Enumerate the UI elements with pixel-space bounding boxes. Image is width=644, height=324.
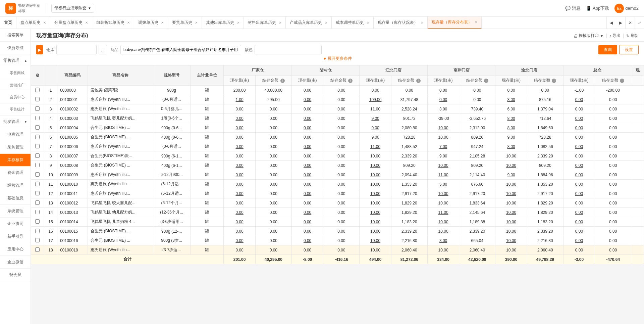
row-jiangbei-qty[interactable]: 10.00 xyxy=(360,227,391,236)
row-nanai-qty[interactable]: 10.00 xyxy=(427,133,459,142)
row-jiangbei-qty[interactable]: 10.00 xyxy=(360,198,391,208)
row-nanai-qty[interactable]: 0.00 xyxy=(427,86,459,95)
row-checkbox[interactable] xyxy=(35,210,40,214)
row-yubei-qty[interactable]: 9.00 xyxy=(495,133,527,142)
row-nanai-qty[interactable]: 10.00 xyxy=(427,245,459,255)
app-download-btn[interactable]: 📱 App下载 xyxy=(586,5,609,11)
sidebar-item-retail[interactable]: 零售管理 ▲ xyxy=(0,54,31,67)
row-select[interactable] xyxy=(31,133,44,142)
row-select[interactable] xyxy=(31,86,44,95)
row-total-qty[interactable]: 0.00 xyxy=(563,133,595,142)
close-icon[interactable]: ✕ xyxy=(325,21,327,25)
row-yubei-qty[interactable]: 10.00 xyxy=(495,180,527,189)
row-land-qty[interactable]: 0.00 xyxy=(291,227,323,236)
row-factory-qty[interactable]: 0.00 xyxy=(224,198,256,208)
row-total-qty[interactable]: -1.00 xyxy=(563,86,595,95)
sidebar-item-basic[interactable]: 基础信息 xyxy=(0,192,31,205)
tab-xiancunliang2[interactable]: 现存量（库存分布表） ✕ xyxy=(428,17,482,29)
row-checkbox[interactable] xyxy=(35,97,40,101)
row-jiangbei-qty[interactable]: 10.00 xyxy=(360,208,391,217)
row-select[interactable] xyxy=(31,142,44,151)
row-checkbox[interactable] xyxy=(35,116,40,120)
row-yubei-qty[interactable]: 10.00 xyxy=(495,151,527,161)
row-yubei-qty[interactable]: 10.00 xyxy=(495,189,527,198)
row-select[interactable] xyxy=(31,151,44,161)
sidebar-item-finance[interactable]: 资金管理 xyxy=(0,167,31,179)
row-total-qty[interactable]: 0.00 xyxy=(563,189,595,198)
sidebar-item-wechat[interactable]: 企业微信 xyxy=(0,256,31,269)
tab-zuzhezhaijian[interactable]: 组装折卸单历史 ✕ xyxy=(92,17,134,29)
message-btn[interactable]: 💬 消息 xyxy=(565,5,581,11)
sidebar-item-guide[interactable]: 新手引导 xyxy=(0,230,31,243)
tab-home[interactable]: 首页 xyxy=(0,17,16,29)
row-nanai-qty[interactable]: 9.00 xyxy=(427,151,459,161)
row-select[interactable] xyxy=(31,123,44,133)
row-factory-qty[interactable]: 0.00 xyxy=(224,245,256,255)
row-land-qty[interactable]: 0.00 xyxy=(291,198,323,208)
row-select[interactable] xyxy=(31,180,44,189)
row-land-qty[interactable]: 0.00 xyxy=(291,170,323,180)
row-select[interactable] xyxy=(31,236,44,245)
row-checkbox[interactable] xyxy=(35,153,40,158)
sidebar-item-wholesale[interactable]: 批发管理 ▼ xyxy=(0,115,31,128)
info-icon[interactable]: i xyxy=(280,79,285,83)
settings-icon[interactable]: ⚙ xyxy=(36,73,40,78)
print-btn[interactable]: 🖨 按模版打印 ▼ xyxy=(574,33,604,39)
row-land-qty[interactable]: 0.00 xyxy=(291,189,323,198)
row-factory-qty[interactable]: 0.00 xyxy=(224,142,256,151)
row-jiangbei-qty[interactable]: 9.00 xyxy=(360,114,391,123)
row-total-qty[interactable]: 0.00 xyxy=(563,245,595,255)
row-total-qty[interactable]: 0.00 xyxy=(563,180,595,189)
sidebar-item-system[interactable]: 系统管理 xyxy=(0,205,31,218)
sidebar-item-search[interactable]: 搜索英单 xyxy=(0,29,31,42)
row-land-qty[interactable]: 0.00 xyxy=(291,142,323,151)
row-nanai-qty[interactable]: 3.00 xyxy=(427,104,459,114)
sidebar-item-member2[interactable]: 畅会员 xyxy=(0,269,31,281)
info-icon[interactable]: i xyxy=(620,79,624,83)
row-jiangbei-qty[interactable]: 10.00 xyxy=(360,245,391,255)
nav-prev-arrow[interactable]: ◀ xyxy=(606,17,616,29)
row-checkbox[interactable] xyxy=(35,191,40,195)
close-icon[interactable]: ✕ xyxy=(43,21,46,25)
row-factory-qty[interactable]: 0.00 xyxy=(224,161,256,170)
row-checkbox[interactable] xyxy=(35,163,40,167)
sidebar-item-ecommerce[interactable]: 电商管理 xyxy=(0,128,31,141)
sidebar-item-retailshop[interactable]: 零售商城 xyxy=(0,67,31,79)
warehouse-dots-btn[interactable]: ... xyxy=(99,45,107,54)
row-nanai-qty[interactable]: 11.00 xyxy=(427,208,459,217)
row-jiangbei-qty[interactable]: 11.00 xyxy=(360,142,391,151)
sidebar-item-appstore[interactable]: 应用中心 xyxy=(0,243,31,256)
row-nanai-qty[interactable]: 3.00 xyxy=(427,236,459,245)
row-yubei-qty[interactable]: 10.00 xyxy=(495,217,527,227)
row-nanai-qty[interactable]: 0.00 xyxy=(427,95,459,104)
sidebar-item-inventory[interactable]: 库存核算 xyxy=(0,154,31,167)
row-total-qty[interactable]: 0.00 xyxy=(563,95,595,104)
row-factory-qty[interactable]: 200.00 xyxy=(224,86,256,95)
row-jiangbei-qty[interactable]: 10.00 xyxy=(360,151,391,161)
row-checkbox[interactable] xyxy=(35,238,40,242)
row-checkbox[interactable] xyxy=(35,247,40,252)
row-yubei-qty[interactable]: 10.00 xyxy=(495,227,527,236)
color-input[interactable] xyxy=(255,45,322,54)
row-yubei-qty[interactable]: 10.00 xyxy=(495,208,527,217)
row-jiangbei-qty[interactable]: 9.00 xyxy=(360,133,391,142)
row-total-qty[interactable]: 0.00 xyxy=(563,227,595,236)
goods-input[interactable] xyxy=(120,45,241,54)
row-factory-qty[interactable]: 0.00 xyxy=(224,189,256,198)
row-checkbox[interactable] xyxy=(35,219,40,224)
row-select[interactable] xyxy=(31,208,44,217)
row-factory-qty[interactable]: 0.00 xyxy=(224,114,256,123)
row-nanai-qty[interactable]: 5.00 xyxy=(427,180,459,189)
nav-next-arrow[interactable]: ▶ xyxy=(616,17,625,29)
row-nanai-qty[interactable]: 10.00 xyxy=(427,198,459,208)
row-land-qty[interactable]: 0.00 xyxy=(291,245,323,255)
sidebar-item-marketing[interactable]: 营销推广 xyxy=(0,79,31,91)
row-select[interactable] xyxy=(31,161,44,170)
row-nanai-qty[interactable]: 10.00 xyxy=(427,189,459,198)
row-total-qty[interactable]: 0.00 xyxy=(563,217,595,227)
tab-xiancunliang1[interactable]: 现存量（库存状况表） ✕ xyxy=(374,17,428,29)
info-icon[interactable]: i xyxy=(416,79,421,83)
row-jiangbei-qty[interactable]: 10.00 xyxy=(360,180,391,189)
row-total-qty[interactable]: 0.00 xyxy=(563,208,595,217)
row-factory-qty[interactable]: 0.00 xyxy=(224,123,256,133)
